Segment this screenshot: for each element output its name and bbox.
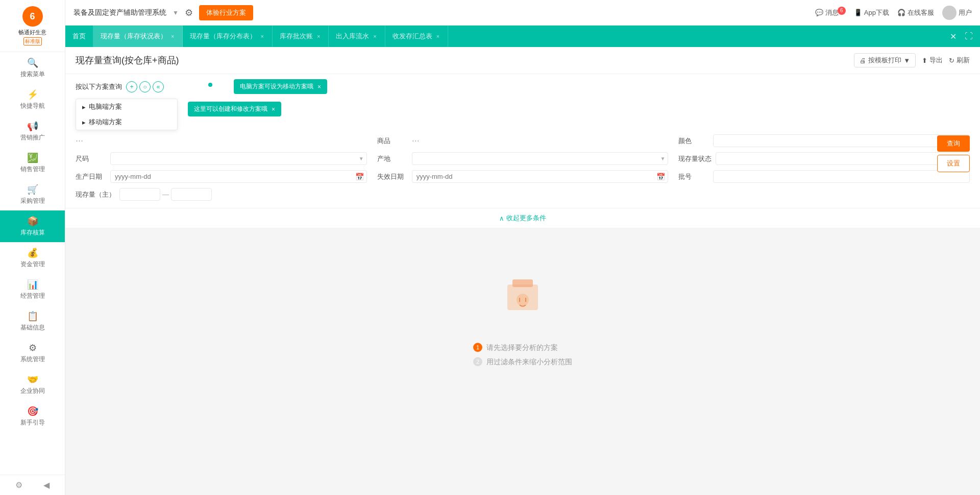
nav-label-11: 新手引导 (20, 418, 45, 427)
color-label: 颜色 (678, 136, 709, 146)
tab-close-all-icon[interactable]: ✕ (948, 30, 959, 43)
search-btn[interactable]: 查询 (937, 135, 970, 152)
scheme-pc-arrow: ▸ (82, 103, 86, 111)
batch-input[interactable] (713, 170, 970, 183)
empty-step2: 2 用过滤条件来缩小分析范围 (473, 355, 572, 369)
filter-row-origin: 产地 ▼ (377, 152, 669, 165)
nav-icon-0: 🔍 (27, 57, 38, 68)
inventory-main-from[interactable] (119, 188, 160, 201)
tab-inventory-distribution[interactable]: 现存量（库存分布表） × (183, 26, 272, 47)
refresh-btn[interactable]: ↻ 刷新 (949, 56, 970, 65)
nav-label-8: 基础信息 (20, 323, 45, 332)
tab-summary[interactable]: 收发存汇总表 × (385, 26, 448, 47)
tab-close-inout-flow[interactable]: × (372, 32, 377, 40)
tab-inout-flow[interactable]: 出入库流水 × (329, 26, 385, 47)
prod-date-input[interactable] (110, 170, 367, 183)
filter-row-expiry-date: 失效日期 📅 (377, 170, 669, 183)
sidebar-item-经营管理[interactable]: 📊 经营管理 (0, 274, 65, 305)
sidebar-item-销售管理[interactable]: 💹 销售管理 (0, 147, 65, 179)
expiry-date-input[interactable] (412, 170, 669, 183)
sidebar-item-采购管理[interactable]: 🛒 采购管理 (0, 179, 65, 210)
tab-close-inventory-distribution[interactable]: × (259, 32, 264, 40)
goods-label: 商品 (377, 136, 408, 146)
sidebar-item-库存核算[interactable]: 📦 库存核算 (0, 210, 65, 242)
sidebar-item-新手引导[interactable]: 🎯 新手引导 (0, 400, 65, 432)
sidebar-item-系统管理[interactable]: ⚙ 系统管理 (0, 337, 65, 369)
settings-footer-icon[interactable]: ⚙ (15, 480, 22, 490)
notification-item[interactable]: 💬 消息 6 (815, 8, 846, 17)
tooltip1-close[interactable]: × (317, 83, 321, 90)
scheme-item-pc[interactable]: ▸ 电脑端方案 (76, 99, 177, 114)
collapse-sidebar-icon[interactable]: ◀ (43, 480, 50, 490)
reset-btn[interactable]: 设置 (937, 155, 970, 172)
nav-icon-9: ⚙ (29, 342, 37, 353)
filter-action-icons: + ○ « (126, 81, 164, 92)
step1-text: 请先选择要分析的方案 (486, 340, 558, 355)
inv-status-select[interactable] (716, 152, 970, 165)
scheme-item-mobile[interactable]: ▸ 移动端方案 (76, 114, 177, 130)
scheme-back-btn[interactable]: « (153, 81, 164, 92)
color-select[interactable] (713, 134, 970, 147)
tab-close-summary[interactable]: × (435, 32, 440, 40)
nav-label-10: 企业协同 (20, 387, 45, 395)
inv-status-select-wrap: ▼ (716, 152, 970, 165)
tab-batch-ledger[interactable]: 库存批次账 × (273, 26, 329, 47)
filter-grid: ··· 商品 ··· 颜色 ▼ 尺码 (76, 134, 970, 201)
add-scheme-btn[interactable]: + (126, 81, 137, 92)
sidebar-item-快捷导航[interactable]: ⚡ 快捷导航 (0, 84, 65, 115)
app-download-item[interactable]: 📱 App下载 (854, 8, 889, 17)
logo-badge: 标准版 (23, 37, 42, 45)
edit-scheme-btn[interactable]: ○ (139, 81, 151, 92)
tooltip2-text: 这里可以创建和修改方案哦 (194, 105, 267, 113)
expiry-date-input-wrap: 📅 (412, 170, 669, 183)
inv-main-label: 现存量（主） (76, 190, 115, 199)
tab-inventory-status[interactable]: 现存量（库存状况表） × (93, 26, 183, 47)
pc-scheme-tooltip: 电脑方案可设为移动方案哦 × (234, 79, 327, 94)
sidebar-item-搜索菜单[interactable]: 🔍 搜索菜单 (0, 52, 65, 84)
print-icon: 🖨 (860, 57, 866, 64)
sidebar-nav: 🔍 搜索菜单 ⚡ 快捷导航 📢 营销推广 💹 销售管理 🛒 采购管理 📦 库存核… (0, 52, 65, 475)
tab-maximize-icon[interactable]: ⛶ (963, 30, 975, 43)
size-select[interactable] (110, 152, 367, 165)
tab-home[interactable]: 首页 (65, 26, 93, 47)
tooltip2-close[interactable]: × (272, 106, 275, 113)
prod-date-calendar-icon[interactable]: 📅 (355, 173, 364, 181)
expiry-date-calendar-icon[interactable]: 📅 (656, 173, 665, 181)
tab-label-inout-flow: 出入库流水 (336, 32, 369, 41)
goods-dots[interactable]: ··· (412, 135, 420, 146)
tab-close-inventory-status[interactable]: × (170, 32, 175, 40)
sidebar-logo: 6 畅通好生意 标准版 (0, 0, 65, 52)
nav-icon-8: 📋 (27, 311, 38, 322)
sidebar-item-企业协同[interactable]: 🤝 企业协同 (0, 369, 65, 400)
scheme-list: ▸ 电脑端方案 ▸ 移动端方案 (76, 99, 178, 130)
header-right: 💬 消息 6 📱 App下载 🎧 在线客服 用户 (815, 6, 972, 20)
inventory-dash: — (162, 191, 169, 198)
notification-label: 消息 (825, 8, 839, 17)
settings-icon[interactable]: ⚙ (185, 7, 193, 18)
tab-close-batch-ledger[interactable]: × (316, 32, 321, 40)
tooltip1-text: 电脑方案可设为移动方案哦 (240, 82, 313, 91)
page-actions: 🖨 按模板打印 ▼ ⬆ 导出 ↻ 刷新 (854, 53, 970, 74)
collapse-bar[interactable]: ∧ 收起更多条件 (65, 208, 980, 228)
search-btn-area: 查询 设置 (937, 135, 970, 172)
user-item[interactable]: 用户 (942, 6, 972, 20)
scheme-dropdown-area: ▸ 电脑端方案 ▸ 移动端方案 这里可以创建和修改方案哦 × (76, 99, 970, 130)
inventory-main-input-wrap: — (119, 188, 367, 201)
filter-label: 按以下方案查询 (76, 82, 122, 91)
step2-text: 用过滤条件来缩小分析范围 (486, 355, 572, 369)
industry-btn[interactable]: 体验行业方案 (199, 5, 253, 20)
logo-icon: 6 (22, 6, 43, 27)
warehouse-dots[interactable]: ··· (76, 135, 83, 146)
sidebar-item-资金管理[interactable]: 💰 资金管理 (0, 242, 65, 274)
system-dropdown-icon[interactable]: ▼ (173, 9, 179, 16)
sidebar-item-基础信息[interactable]: 📋 基础信息 (0, 305, 65, 337)
origin-select[interactable] (412, 152, 669, 165)
sidebar-item-营销推广[interactable]: 📢 营销推广 (0, 115, 65, 147)
refresh-icon: ↻ (949, 57, 954, 64)
export-btn[interactable]: ⬆ 导出 (922, 56, 943, 65)
print-btn[interactable]: 🖨 按模板打印 ▼ (854, 53, 916, 67)
tab-label-inventory-distribution: 现存量（库存分布表） (190, 32, 256, 41)
inventory-main-to[interactable] (171, 188, 212, 201)
nav-icon-4: 🛒 (27, 184, 38, 195)
online-service-item[interactable]: 🎧 在线客服 (897, 8, 934, 17)
